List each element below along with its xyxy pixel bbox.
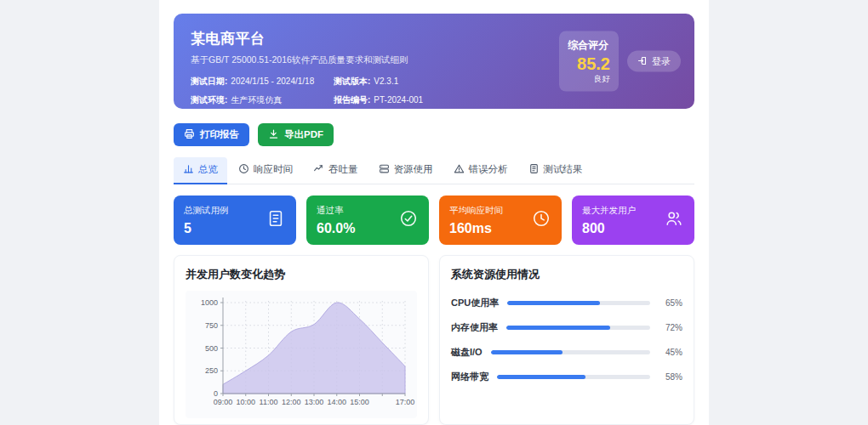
kpi-cards: 总测试用例 5 通过率 60.0% 平均响应时间 160ms 最大并发用户 80…: [174, 196, 694, 245]
svg-text:11:00: 11:00: [260, 398, 278, 406]
panels-row: 并发用户数变化趋势 0250500750100009:0010:0011:001…: [174, 255, 694, 425]
tab-test-results[interactable]: 测试结果: [519, 157, 592, 184]
meta-test-date: 测试日期:2024/1/15 - 2024/1/18: [191, 76, 334, 88]
meta-test-env: 测试环境:生产环境仿真: [191, 94, 334, 106]
svg-text:14:00: 14:00: [327, 398, 346, 406]
svg-text:250: 250: [205, 366, 218, 375]
check-circle-icon: [399, 209, 418, 231]
progress-track: [507, 301, 650, 305]
tab-response-time[interactable]: 响应时间: [229, 157, 302, 184]
tab-throughput[interactable]: 吞吐量: [304, 157, 368, 184]
download-icon: [268, 128, 279, 141]
kpi-max-concurrent-users: 最大并发用户 800: [572, 196, 694, 245]
resource-row-disk-io: 磁盘I/O 45%: [451, 340, 682, 365]
score-grade: 良好: [568, 74, 610, 85]
meta-report-no: 报告编号:PT-2024-001: [334, 94, 677, 106]
resource-row-network: 网络带宽 58%: [451, 365, 682, 389]
header-card: 某电商平台 基于GB/T 25000.51-2016软件产品质量要求和测试细则 …: [174, 14, 694, 109]
report-page: 某电商平台 基于GB/T 25000.51-2016软件产品质量要求和测试细则 …: [159, 0, 709, 425]
clock-icon: [532, 209, 551, 231]
svg-text:750: 750: [205, 321, 218, 330]
score-value: 85.2: [568, 54, 610, 73]
document-icon: [266, 209, 285, 231]
progress-track: [497, 375, 650, 379]
svg-text:09:00: 09:00: [214, 398, 233, 406]
svg-text:17:00: 17:00: [396, 398, 415, 406]
resources-title: 系统资源使用情况: [451, 267, 682, 282]
printer-icon: [184, 128, 195, 141]
svg-text:0: 0: [214, 389, 218, 398]
resource-row-cpu: CPU使用率 65%: [451, 291, 682, 315]
progress-fill: [507, 301, 600, 305]
server-icon: [379, 163, 390, 176]
score-label: 综合评分: [568, 38, 610, 53]
login-button[interactable]: 登录: [627, 51, 681, 72]
svg-text:500: 500: [205, 344, 218, 353]
login-label: 登录: [652, 55, 671, 68]
progress-track: [506, 326, 650, 330]
concurrent-users-panel: 并发用户数变化趋势 0250500750100009:0010:0011:001…: [174, 255, 429, 425]
svg-text:1000: 1000: [201, 298, 218, 307]
resource-usage-panel: 系统资源使用情况 CPU使用率 65% 内存使用率 72% 磁盘I/O 45%: [439, 255, 694, 425]
login-icon: [637, 55, 648, 67]
svg-text:15:00: 15:00: [350, 398, 369, 406]
clock-icon: [238, 163, 249, 176]
score-area: 综合评分 85.2 良好 登录: [559, 31, 681, 92]
overall-score-box: 综合评分 85.2 良好: [559, 31, 619, 92]
tab-resource-usage[interactable]: 资源使用: [369, 157, 443, 184]
kpi-pass-rate: 通过率 60.0%: [306, 196, 429, 245]
tab-overview[interactable]: 总览: [174, 157, 227, 184]
tab-bar: 总览 响应时间 吞吐量 资源使用 错误分析 测试结果: [174, 157, 694, 184]
concurrent-users-area-chart: 0250500750100009:0010:0011:0012:0013:001…: [186, 291, 417, 418]
users-icon: [665, 209, 683, 231]
progress-track: [491, 350, 650, 354]
progress-fill: [497, 375, 585, 379]
area-chart-svg: 0250500750100009:0010:0011:0012:0013:001…: [186, 291, 417, 415]
resource-row-memory: 内存使用率 72%: [451, 315, 682, 340]
progress-fill: [506, 326, 610, 330]
svg-text:12:00: 12:00: [282, 398, 301, 406]
document-icon: [528, 163, 540, 176]
resource-list: CPU使用率 65% 内存使用率 72% 磁盘I/O 45% 网络带宽: [451, 291, 682, 389]
svg-text:13:00: 13:00: [305, 398, 324, 406]
export-pdf-button[interactable]: 导出PDF: [258, 123, 334, 146]
chart-title: 并发用户数变化趋势: [186, 267, 417, 282]
bar-chart-icon: [183, 163, 194, 176]
toolbar: 打印报告 导出PDF: [174, 123, 694, 146]
warning-icon: [454, 163, 465, 176]
svg-text:10:00: 10:00: [236, 398, 255, 406]
print-report-button[interactable]: 打印报告: [174, 123, 249, 146]
kpi-total-cases: 总测试用例 5: [174, 196, 296, 245]
kpi-avg-response: 平均响应时间 160ms: [439, 196, 562, 245]
tab-error-analysis[interactable]: 错误分析: [444, 157, 517, 184]
trend-icon: [313, 163, 324, 176]
progress-fill: [491, 350, 562, 354]
